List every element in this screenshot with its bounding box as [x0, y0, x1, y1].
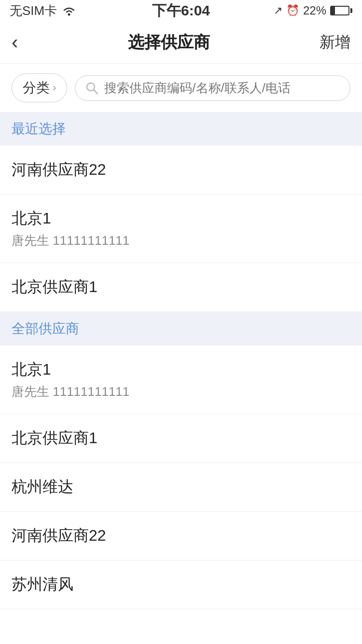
- wifi-icon: [62, 5, 76, 16]
- item-sub: 唐先生 11111111111: [12, 232, 350, 249]
- back-button[interactable]: ‹: [12, 31, 18, 53]
- recent-section-header: 最近选择: [0, 112, 362, 146]
- location-icon: ↗: [274, 4, 282, 17]
- status-carrier: 无SIM卡: [10, 2, 76, 19]
- svg-line-2: [94, 90, 97, 94]
- all-list: 北京1唐先生 11111111111北京供应商1杭州维达河南供应商22苏州清风: [0, 346, 362, 609]
- carrier-text: 无SIM卡: [10, 2, 57, 19]
- add-button[interactable]: 新增: [320, 32, 350, 53]
- alarm-icon: ⏰: [286, 4, 299, 17]
- item-name: 河南供应商22: [12, 159, 350, 181]
- category-label: 分类: [23, 79, 50, 97]
- list-item[interactable]: 河南供应商22: [0, 512, 362, 560]
- item-name: 北京1: [12, 359, 350, 380]
- svg-point-0: [68, 14, 70, 16]
- status-right: ↗ ⏰ 22%: [274, 4, 352, 17]
- category-button[interactable]: 分类 ›: [12, 73, 67, 102]
- list-item[interactable]: 杭州维达: [0, 463, 362, 512]
- chevron-right-icon: ›: [53, 82, 56, 94]
- all-section-header: 全部供应商: [0, 312, 362, 346]
- page-title: 选择供应商: [128, 31, 210, 54]
- search-input[interactable]: [104, 81, 340, 96]
- nav-bar: ‹ 选择供应商 新增: [0, 21, 362, 64]
- battery-icon: [330, 6, 352, 15]
- list-item[interactable]: 北京供应商1: [0, 263, 362, 312]
- item-name: 北京1: [12, 208, 350, 229]
- list-item[interactable]: 苏州清风: [0, 560, 362, 609]
- search-icon: [85, 81, 98, 95]
- status-bar: 无SIM卡 下午6:04 ↗ ⏰ 22%: [0, 0, 362, 21]
- list-item[interactable]: 北京1唐先生 11111111111: [0, 195, 362, 263]
- all-section-label: 全部供应商: [12, 321, 79, 336]
- item-sub: 唐先生 11111111111: [12, 383, 350, 400]
- item-name: 杭州维达: [12, 476, 350, 498]
- filter-bar: 分类 ›: [0, 64, 362, 112]
- list-item[interactable]: 北京1唐先生 11111111111: [0, 346, 362, 414]
- item-name: 河南供应商22: [12, 525, 350, 546]
- list-item[interactable]: 河南供应商22: [0, 146, 362, 195]
- battery-percent: 22%: [303, 4, 326, 17]
- item-name: 北京供应商1: [12, 277, 350, 298]
- item-name: 苏州清风: [12, 574, 350, 595]
- search-box[interactable]: [75, 75, 350, 101]
- item-name: 北京供应商1: [12, 428, 350, 449]
- list-item[interactable]: 北京供应商1: [0, 414, 362, 463]
- status-time: 下午6:04: [152, 1, 210, 21]
- recent-section-label: 最近选择: [12, 121, 66, 136]
- recent-list: 河南供应商22北京1唐先生 11111111111北京供应商1: [0, 146, 362, 312]
